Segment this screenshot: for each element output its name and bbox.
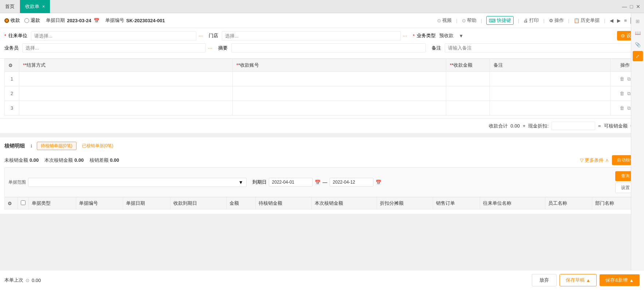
summary-input[interactable] (231, 43, 426, 52)
equals-symbol: = (598, 123, 601, 129)
form-section: * 往来单位 ··· 门店 ··· * 业务类型 预收款 ▼ ⚙ 设置 业务员 … (0, 28, 644, 59)
save-new-button[interactable]: 保存&新增 ▲ (600, 274, 640, 286)
top-toolbar: 收款 退款 单据日期 2023-03-24 📅 单据编号 SK-20230324… (0, 13, 644, 28)
store-input[interactable] (222, 31, 401, 40)
col-receipt-amount: **收款金额 (446, 59, 490, 72)
right-panel-book-icon[interactable]: 📖 (633, 28, 643, 38)
summary-field: 摘要 (218, 43, 426, 52)
col-receipt-account: **收款账号 (232, 59, 446, 72)
row1-delete-icon[interactable]: 🗑 (620, 76, 624, 82)
writeoff-tabs: 待核销单据(0笔) 已核销单据(0笔) (37, 142, 117, 150)
col-remark: 备注 (490, 59, 610, 72)
keyboard-icon: ⌨ (489, 18, 496, 23)
prev-value: 0.00 (32, 278, 41, 283)
row3-delete-icon[interactable]: 🗑 (620, 105, 624, 111)
calendar-from-icon[interactable]: 📅 (315, 180, 321, 185)
bt-gear-icon[interactable]: ⚙ (8, 201, 12, 206)
net-label: 可核销金额 (604, 123, 628, 129)
row1-copy-icon[interactable]: ⧉ (627, 76, 631, 82)
biz-type-value: 预收款 (439, 32, 453, 39)
more-conditions-btn[interactable]: ▽ 更多条件 ∧ (580, 157, 609, 164)
bt-select-all-checkbox[interactable] (21, 200, 25, 205)
save-draft-arrow-icon: ▲ (586, 278, 591, 283)
minimize-btn[interactable]: — (622, 4, 627, 9)
biz-type-label: 业务类型 (417, 32, 436, 39)
nav-list-icon[interactable]: ≡ (624, 18, 627, 23)
range-select[interactable]: ▼ (28, 178, 247, 187)
row3-copy-icon[interactable]: ⧉ (627, 105, 631, 111)
store-more-btn[interactable]: ··· (403, 33, 407, 39)
date-label: 到期日 (252, 179, 267, 185)
doc-no-label: 单据编号 (105, 17, 124, 24)
nav-prev-icon[interactable]: ◀ (610, 18, 613, 23)
history-btn[interactable]: 📋 历史单据 (574, 17, 600, 24)
right-panel-attachment-icon[interactable]: 📎 (633, 39, 643, 50)
range-label: 单据范围 (8, 179, 26, 185)
staff-input[interactable] (22, 43, 206, 52)
help-btn[interactable]: ⊙ 帮助 (462, 17, 476, 24)
writeoff-tab-pending[interactable]: 待核销单据(0笔) (37, 142, 76, 150)
radio-refund[interactable]: 退款 (24, 17, 40, 24)
radio-refund-label: 退款 (31, 17, 40, 24)
bt-col-checkbox (18, 197, 29, 209)
form-row-2: 业务员 ··· 摘要 备注 (4, 43, 640, 52)
date-range-separator: — (323, 180, 327, 185)
bt-col-receipt-due: 收款到期日 (170, 197, 226, 209)
date-to-input[interactable] (330, 178, 373, 187)
total-value: 0.00 (511, 123, 520, 129)
remark-input[interactable] (445, 43, 640, 52)
right-panel-table-icon[interactable]: ⊞ (633, 16, 643, 26)
bt-col-staff-name: 员工名称 (545, 197, 592, 209)
bt-col-discount: 折扣分摊额 (377, 197, 433, 209)
nav-next-icon[interactable]: ▶ (617, 18, 621, 23)
radio-receipt[interactable]: 收款 (4, 17, 20, 24)
tab-receipt-close[interactable]: × (42, 4, 45, 9)
tab-bar: 首页 收款单 × — □ ✕ (0, 0, 644, 13)
doc-date-group: 单据日期 2023-03-24 📅 (46, 17, 99, 24)
footer: 本单上次 ⊙ 0.00 放弃 保存草稿 ▲ 保存&新增 ▲ (0, 270, 644, 290)
writeoff-info-icon[interactable]: ℹ (31, 144, 32, 149)
right-panel-expand-icon[interactable]: ⤢ (633, 51, 643, 61)
staff-more-btn[interactable]: ··· (208, 45, 212, 51)
discount-input[interactable] (551, 122, 595, 130)
row2-delete-icon[interactable]: 🗑 (620, 91, 624, 97)
radio-receipt-label: 收款 (11, 17, 20, 24)
maximize-btn[interactable]: □ (630, 4, 633, 9)
writeoff-header: 核销明细 ℹ 待核销单据(0笔) 已核销单据(0笔) (4, 142, 640, 150)
row2-copy-icon[interactable]: ⧉ (627, 91, 631, 97)
calendar-icon[interactable]: 📅 (94, 18, 99, 23)
discard-button[interactable]: 放弃 (532, 274, 557, 286)
staff-field: 业务员 ··· (4, 43, 212, 52)
gear-icon: ⚙ (621, 33, 625, 39)
writeoff-tab-done[interactable]: 已核销单据(0笔) (78, 142, 118, 150)
calendar-to-icon[interactable]: 📅 (376, 180, 381, 185)
biz-type-arrow[interactable]: ▼ (459, 33, 463, 39)
print-btn[interactable]: 🖨 打印 (523, 17, 539, 24)
stat-diff: 核销差额 0.00 (90, 157, 119, 164)
video-btn[interactable]: ⊙ 视频 (437, 17, 452, 24)
partner-field: * 往来单位 ··· (4, 31, 203, 40)
tab-home[interactable]: 首页 (0, 0, 20, 13)
close-window-btn[interactable]: ✕ (636, 4, 640, 9)
bottom-table-section: ⚙ 单据类型 单据编号 单据日期 收款到期日 (4, 197, 640, 209)
prev-info-icon[interactable]: ⊙ (25, 278, 30, 283)
partner-input[interactable] (31, 31, 196, 40)
operation-btn[interactable]: ⚙ 操作 (549, 17, 564, 24)
partner-more-btn[interactable]: ··· (199, 33, 203, 39)
table-gear-icon[interactable]: ⚙ (8, 63, 13, 68)
save-new-arrow-icon: ▲ (629, 278, 634, 283)
partner-label: 往来单位 (8, 32, 27, 39)
save-draft-button[interactable]: 保存草稿 ▲ (559, 274, 597, 286)
biz-type-field: * 业务类型 预收款 ▼ (413, 32, 611, 39)
shortcut-btn[interactable]: ⌨ 快捷键 (486, 16, 514, 25)
tab-receipt[interactable]: 收款单 × (20, 0, 50, 13)
receipt-table: ⚙ **结算方式 **收款账号 **收款金额 备注 操作 (4, 59, 640, 115)
range-field: 单据范围 ▼ (8, 178, 247, 187)
prev-label: 本单上次 (4, 277, 23, 283)
receipt-type-group: 收款 退款 (4, 17, 40, 24)
table-row: 1 🗑 ⧉ (5, 72, 640, 86)
doc-no-group: 单据编号 SK-20230324-001 (105, 17, 165, 24)
bt-col-doc-date: 单据日期 (123, 197, 170, 209)
date-from-input[interactable] (269, 178, 313, 187)
bt-col-pending-amount: 待核销金额 (256, 197, 312, 209)
